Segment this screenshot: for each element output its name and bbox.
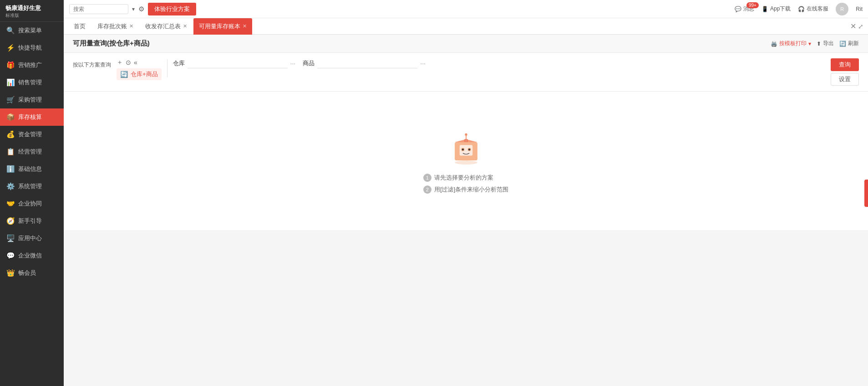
finance-icon: 💰 bbox=[6, 130, 15, 139]
scheme-item-label: 仓库+商品 bbox=[131, 70, 158, 78]
tab-close-available[interactable]: ✕ bbox=[243, 23, 247, 29]
user-name[interactable]: Rit bbox=[856, 6, 863, 12]
empty-state: 1 请先选择要分析的方案 2 用[过滤]条件来缩小分析范围 bbox=[64, 92, 868, 230]
settings-button[interactable]: 设置 bbox=[831, 73, 859, 86]
batch-tab-label: 库存批次账 bbox=[97, 22, 127, 31]
message-badge: 99+ bbox=[746, 2, 759, 8]
filter-field-warehouse: 仓库 ··· bbox=[173, 58, 296, 68]
quick-nav-icon: ⚡ bbox=[6, 44, 15, 52]
home-tab-label: 首页 bbox=[74, 22, 86, 31]
filter-area: 按以下方案查询 ＋ ⊙ « 🔄 仓库+商品 仓库 ··· bbox=[64, 53, 868, 92]
sidebar-item-enterprise[interactable]: 🤝 企业协同 bbox=[0, 195, 64, 212]
sidebar-label: 企业微信 bbox=[18, 252, 42, 260]
scheme-setting-button[interactable]: ⊙ bbox=[126, 59, 131, 66]
sidebar-nav: 🔍 搜索菜单 ⚡ 快捷导航 🎁 营销推广 📊 销售管理 🛒 采购管理 📦 库存核… bbox=[0, 22, 64, 386]
scheme-item-warehouse-product[interactable]: 🔄 仓库+商品 bbox=[117, 68, 162, 80]
sidebar-item-enterprise-wechat[interactable]: 💬 企业微信 bbox=[0, 247, 64, 264]
svg-point-9 bbox=[468, 149, 470, 150]
wechat-icon: 💬 bbox=[6, 252, 15, 260]
newbie-icon: 🧭 bbox=[6, 217, 15, 225]
tab-available-ledger[interactable]: 可用量库存账本 ✕ bbox=[193, 18, 252, 35]
warehouse-more-icon[interactable]: ··· bbox=[290, 60, 296, 67]
warehouse-input[interactable] bbox=[188, 58, 288, 68]
basic-info-icon: ℹ️ bbox=[6, 165, 15, 173]
sidebar-item-newbie[interactable]: 🧭 新手引导 bbox=[0, 212, 64, 230]
refresh-button[interactable]: 🔄 刷新 bbox=[839, 40, 859, 47]
sidebar-label: 资金管理 bbox=[18, 130, 42, 139]
product-more-icon[interactable]: ··· bbox=[420, 60, 426, 67]
sidebar-logo: 畅康通好生意 标准版 bbox=[0, 0, 64, 22]
sidebar-item-member[interactable]: 👑 畅会员 bbox=[0, 264, 64, 282]
scheme-item-icon: 🔄 bbox=[120, 71, 128, 78]
message-button[interactable]: 💬 消息 99+ bbox=[735, 5, 754, 13]
export-icon: ⬆ bbox=[817, 41, 821, 47]
message-icon: 💬 bbox=[735, 6, 741, 12]
scheme-header: ＋ ⊙ « bbox=[117, 58, 162, 67]
sidebar: 畅康通好生意 标准版 🔍 搜索菜单 ⚡ 快捷导航 🎁 营销推广 📊 销售管理 🛒… bbox=[0, 0, 64, 386]
sidebar-item-basic-info[interactable]: ℹ️ 基础信息 bbox=[0, 160, 64, 178]
member-icon: 👑 bbox=[6, 269, 15, 277]
svg-rect-4 bbox=[464, 139, 467, 142]
tab-recv-summary[interactable]: 收发存汇总表 ✕ bbox=[140, 18, 193, 35]
print-dropdown-icon: ▾ bbox=[808, 41, 811, 47]
expand-tab-button[interactable]: ⤢ bbox=[858, 22, 863, 31]
sidebar-item-app-center[interactable]: 🖥️ 应用中心 bbox=[0, 230, 64, 247]
sidebar-label: 畅会员 bbox=[18, 269, 36, 277]
sidebar-label: 快捷导航 bbox=[18, 44, 42, 52]
warehouse-label: 仓库 bbox=[173, 59, 185, 67]
industry-solution-button[interactable]: 体验行业方案 bbox=[148, 3, 196, 15]
scheme-collapse-button[interactable]: « bbox=[134, 59, 137, 66]
sidebar-label: 企业协同 bbox=[18, 200, 42, 208]
refresh-icon: 🔄 bbox=[839, 41, 846, 47]
product-input[interactable] bbox=[317, 58, 417, 68]
tab-close-batch[interactable]: ✕ bbox=[129, 23, 133, 29]
filter-divider bbox=[167, 59, 168, 77]
right-edge-handle[interactable] bbox=[864, 180, 868, 207]
avatar-text: R bbox=[840, 6, 844, 12]
filter-field-product: 商品 ··· bbox=[303, 58, 426, 68]
close-all-tabs-button[interactable]: ✕ bbox=[850, 22, 856, 31]
sidebar-item-sales[interactable]: 📊 销售管理 bbox=[0, 74, 64, 91]
tab-batch-account[interactable]: 库存批次账 ✕ bbox=[92, 18, 139, 35]
scheme-add-button[interactable]: ＋ bbox=[117, 58, 123, 67]
topbar-search-input[interactable] bbox=[69, 4, 128, 14]
sidebar-item-marketing[interactable]: 🎁 营销推广 bbox=[0, 57, 64, 74]
page-title: 可用量查询(按仓库+商品) bbox=[73, 39, 150, 48]
tab-close-recv[interactable]: ✕ bbox=[183, 23, 187, 29]
tab-bar: 首页 库存批次账 ✕ 收发存汇总表 ✕ 可用量库存账本 ✕ ✕ ⤢ bbox=[64, 18, 868, 35]
app-title: 畅康通好生意 bbox=[5, 5, 58, 12]
sidebar-item-system[interactable]: ⚙️ 系统管理 bbox=[0, 178, 64, 195]
sidebar-item-inventory[interactable]: 📦 库存核算 bbox=[0, 108, 64, 126]
purchase-icon: 🛒 bbox=[6, 96, 15, 104]
sidebar-item-finance[interactable]: 💰 资金管理 bbox=[0, 126, 64, 143]
topbar: ▾ ⚙ 体验行业方案 💬 消息 99+ 📱 App下载 🎧 在线客服 R Rit bbox=[64, 0, 868, 18]
sidebar-item-quick-nav[interactable]: ⚡ 快捷导航 bbox=[0, 39, 64, 57]
page-header-actions: 🖨️ 按模板打印 ▾ ⬆ 导出 🔄 刷新 bbox=[771, 40, 859, 47]
page-header: 可用量查询(按仓库+商品) 🖨️ 按模板打印 ▾ ⬆ 导出 🔄 刷新 bbox=[64, 35, 868, 53]
app-subtitle: 标准版 bbox=[5, 12, 58, 19]
sidebar-label: 系统管理 bbox=[18, 182, 42, 190]
refresh-label: 刷新 bbox=[848, 40, 859, 47]
user-avatar[interactable]: R bbox=[836, 3, 848, 15]
svg-marker-3 bbox=[467, 139, 477, 142]
phone-icon: 📱 bbox=[761, 6, 768, 12]
sidebar-item-search-menu[interactable]: 🔍 搜索菜单 bbox=[0, 22, 64, 39]
empty-tip-1: 1 请先选择要分析的方案 bbox=[423, 174, 508, 182]
sidebar-item-biz[interactable]: 📋 经营管理 bbox=[0, 143, 64, 160]
template-print-label: 按模板打印 bbox=[779, 40, 807, 47]
export-button[interactable]: ⬆ 导出 bbox=[817, 40, 834, 47]
headset-icon: 🎧 bbox=[798, 6, 805, 12]
app-download-button[interactable]: 📱 App下载 bbox=[761, 5, 791, 13]
sidebar-item-purchase[interactable]: 🛒 采购管理 bbox=[0, 91, 64, 108]
tab-home[interactable]: 首页 bbox=[68, 18, 91, 35]
topbar-dropdown-icon[interactable]: ▾ bbox=[132, 6, 135, 12]
query-button[interactable]: 查询 bbox=[831, 58, 859, 71]
topbar-gear-icon[interactable]: ⚙ bbox=[138, 5, 144, 13]
sidebar-label: 库存核算 bbox=[18, 113, 42, 121]
recv-tab-label: 收发存汇总表 bbox=[145, 22, 181, 31]
online-support-button[interactable]: 🎧 在线客服 bbox=[798, 5, 828, 13]
template-print-button[interactable]: 🖨️ 按模板打印 ▾ bbox=[771, 40, 811, 47]
product-label: 商品 bbox=[303, 59, 315, 67]
sales-icon: 📊 bbox=[6, 78, 15, 87]
filter-actions: 查询 设置 bbox=[831, 58, 859, 86]
